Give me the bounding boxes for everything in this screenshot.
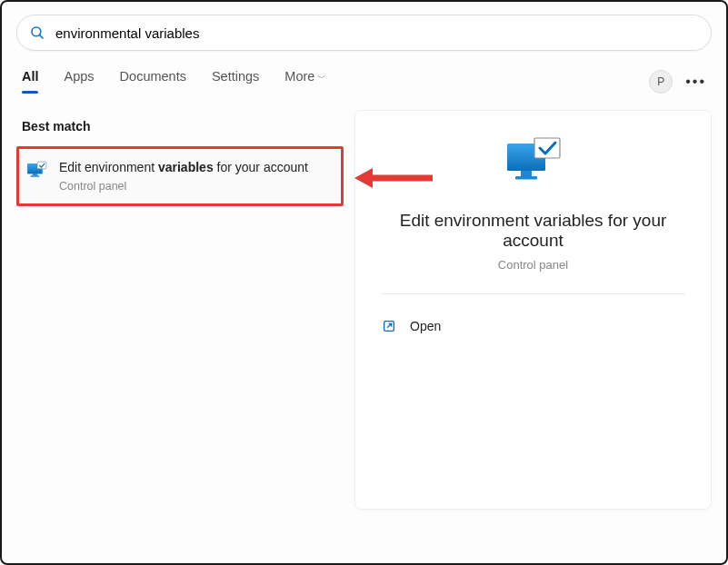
more-options-button[interactable]: ••• bbox=[685, 74, 706, 90]
svg-rect-4 bbox=[33, 173, 37, 175]
svg-rect-5 bbox=[31, 175, 40, 176]
svg-rect-11 bbox=[515, 176, 537, 180]
detail-subtitle: Control panel bbox=[381, 258, 685, 272]
tab-apps[interactable]: Apps bbox=[65, 69, 95, 94]
detail-title: Edit environment variables for your acco… bbox=[381, 211, 685, 251]
open-label: Open bbox=[410, 319, 441, 333]
content-area: Best match Edit environment variables fo… bbox=[13, 110, 715, 510]
tab-all[interactable]: All bbox=[22, 69, 39, 94]
tab-more[interactable]: More﹀ bbox=[284, 69, 326, 94]
svg-rect-12 bbox=[534, 138, 560, 158]
search-icon bbox=[28, 24, 46, 42]
result-title: Edit environment variables for your acco… bbox=[59, 158, 308, 176]
svg-rect-6 bbox=[37, 162, 46, 169]
svg-line-1 bbox=[39, 35, 43, 38]
filter-tabs: All Apps Documents Settings More﹀ bbox=[22, 69, 326, 94]
best-match-label: Best match bbox=[22, 119, 344, 134]
svg-marker-8 bbox=[354, 168, 373, 188]
best-match-result[interactable]: Edit environment variables for your acco… bbox=[16, 146, 344, 206]
avatar[interactable]: P bbox=[649, 70, 673, 94]
search-input[interactable] bbox=[55, 25, 702, 41]
search-bar[interactable] bbox=[16, 15, 712, 51]
tabs-row: All Apps Documents Settings More﹀ P ••• bbox=[22, 69, 706, 94]
results-column: Best match Edit environment variables fo… bbox=[16, 110, 344, 510]
detail-divider bbox=[381, 293, 685, 294]
result-subtitle: Control panel bbox=[59, 178, 308, 194]
open-action[interactable]: Open bbox=[381, 311, 685, 342]
tab-more-label: More bbox=[284, 69, 314, 84]
annotation-arrow bbox=[353, 163, 434, 196]
open-icon bbox=[381, 318, 397, 334]
result-text: Edit environment variables for your acco… bbox=[59, 158, 308, 194]
tab-settings[interactable]: Settings bbox=[212, 69, 259, 94]
chevron-down-icon: ﹀ bbox=[317, 73, 326, 83]
control-panel-icon bbox=[25, 160, 48, 183]
tab-documents[interactable]: Documents bbox=[120, 69, 186, 94]
svg-rect-10 bbox=[521, 171, 532, 176]
